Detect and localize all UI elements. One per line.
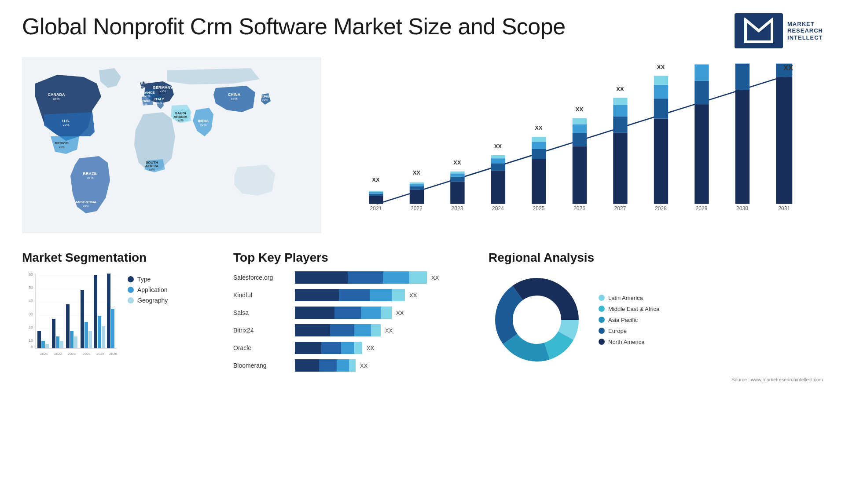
svg-rect-74 (613, 133, 627, 204)
bar-chart-section: XX 2021 XX 2022 XX 2023 (330, 57, 823, 242)
segmentation-section: Market Segmentation 60 50 40 (22, 251, 220, 479)
logo-line1: MARKET (787, 21, 823, 28)
svg-rect-45 (410, 186, 424, 190)
svg-rect-82 (654, 85, 668, 99)
svg-text:BRAZIL: BRAZIL (83, 172, 98, 176)
bar-seg3 (370, 289, 392, 301)
svg-text:XX: XX (372, 176, 380, 183)
svg-rect-52 (450, 173, 464, 176)
players-list: Salesforce.org XX Kindful (233, 271, 475, 377)
svg-text:2023: 2023 (68, 352, 76, 356)
bar-seg1 (295, 342, 321, 354)
bar-salesforce (295, 271, 427, 284)
svg-rect-65 (532, 137, 546, 142)
svg-text:xx%: xx% (200, 123, 206, 127)
bar-seg4 (349, 359, 356, 372)
svg-text:10: 10 (29, 338, 33, 343)
europe-dot (599, 328, 605, 334)
svg-text:2028: 2028 (655, 205, 667, 212)
svg-text:XX: XX (657, 64, 665, 70)
svg-rect-64 (532, 142, 546, 149)
player-name-oracle: Oracle (233, 344, 290, 351)
svg-rect-80 (654, 119, 668, 204)
player-row-bitrix: Bitrix24 XX (233, 324, 475, 336)
content-grid: CANADA xx% U.S. xx% MEXICO xx% BRAZIL xx… (22, 57, 823, 479)
svg-text:AFRICA: AFRICA (145, 164, 158, 168)
page-title: Global Nonprofit Crm Software Market Siz… (22, 13, 566, 40)
key-players-section: Top Key Players Salesforce.org XX (233, 251, 475, 479)
segmentation-title: Market Segmentation (22, 251, 220, 265)
svg-text:2024: 2024 (83, 352, 91, 356)
legend-asia-pacific: Asia Pacific (599, 317, 659, 323)
bar-seg2 (330, 324, 354, 336)
svg-rect-62 (532, 159, 546, 204)
bar-seg3 (361, 307, 381, 319)
svg-rect-70 (573, 124, 587, 133)
legend-latin-america: Latin America (599, 295, 659, 301)
player-name-salesforce: Salesforce.org (233, 274, 290, 281)
svg-rect-76 (613, 105, 627, 117)
svg-text:INDIA: INDIA (198, 119, 209, 123)
player-bar-salesforce: XX (295, 271, 475, 284)
svg-text:ARABIA: ARABIA (173, 115, 187, 119)
svg-text:SPAIN: SPAIN (139, 99, 150, 103)
svg-rect-44 (410, 190, 424, 204)
svg-rect-68 (573, 146, 587, 204)
latin-america-dot (599, 295, 605, 301)
svg-text:2031: 2031 (778, 205, 790, 212)
middle-east-label: Middle East & Africa (608, 306, 659, 312)
svg-line-2 (759, 20, 772, 31)
bar-seg2 (348, 271, 383, 284)
svg-text:U.S.: U.S. (62, 119, 70, 123)
player-bar-bloomerang: XX (295, 359, 475, 372)
bar-bitrix (295, 324, 381, 336)
svg-text:MEXICO: MEXICO (55, 141, 69, 145)
bar-oracle (295, 342, 362, 354)
svg-text:XX: XX (494, 143, 502, 150)
svg-text:2025: 2025 (96, 352, 104, 356)
bar-seg2 (339, 289, 370, 301)
svg-rect-58 (491, 158, 505, 163)
player-value-salesforce: XX (431, 274, 439, 281)
svg-text:xx%: xx% (53, 97, 59, 101)
svg-text:XX: XX (453, 159, 461, 166)
svg-rect-81 (654, 99, 668, 118)
type-dot (128, 276, 134, 282)
bar-bloomerang (295, 359, 356, 372)
svg-rect-87 (694, 80, 709, 104)
svg-rect-59 (491, 155, 505, 158)
svg-point-141 (514, 297, 560, 343)
svg-rect-53 (450, 172, 464, 174)
legend-geography: Geography (128, 297, 168, 304)
bar-seg1 (295, 307, 334, 319)
regional-section: Regional Analysis (489, 251, 823, 479)
svg-rect-113 (37, 331, 41, 348)
regional-title: Regional Analysis (489, 251, 594, 265)
asia-pacific-dot (599, 317, 605, 323)
svg-text:xx%: xx% (231, 97, 237, 101)
svg-text:50: 50 (29, 285, 33, 290)
svg-rect-121 (66, 304, 70, 348)
bar-seg4 (409, 271, 427, 284)
player-bar-kindful: XX (295, 289, 475, 301)
player-value-bloomerang: XX (360, 362, 367, 369)
bar-seg1 (295, 359, 319, 372)
bar-seg1 (295, 271, 348, 284)
svg-rect-40 (369, 192, 383, 194)
svg-text:xx%: xx% (144, 95, 150, 98)
svg-rect-123 (74, 336, 77, 348)
svg-text:30: 30 (29, 312, 33, 316)
svg-rect-114 (41, 341, 45, 348)
svg-text:xx%: xx% (141, 103, 147, 106)
bar-seg3 (354, 324, 371, 336)
svg-text:2022: 2022 (411, 205, 422, 212)
svg-rect-94 (776, 77, 792, 204)
source-text: Source : www.marketresearchintellect.com (731, 377, 823, 382)
legend-application: Application (128, 286, 168, 293)
svg-text:xx%: xx% (138, 85, 143, 88)
svg-text:xx%: xx% (62, 123, 69, 127)
page-header: Global Nonprofit Crm Software Market Siz… (22, 13, 823, 48)
svg-text:60: 60 (29, 272, 33, 277)
svg-text:xx%: xx% (262, 99, 268, 102)
svg-rect-118 (56, 336, 59, 348)
